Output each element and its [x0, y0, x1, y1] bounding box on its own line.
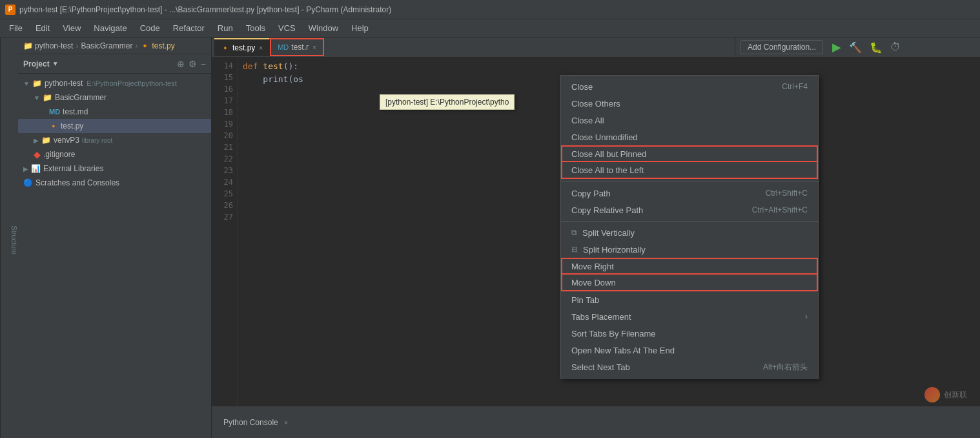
menu-vcs[interactable]: VCS: [272, 21, 302, 36]
cm-close-label: Close: [571, 82, 593, 92]
menu-view[interactable]: View: [56, 21, 87, 36]
debug-button[interactable]: 🐛: [870, 41, 883, 54]
breadcrumb-file-icon: 🔸: [140, 41, 150, 50]
md-icon: MD: [49, 108, 60, 116]
cm-close-shortcut: Ctrl+F4: [782, 82, 808, 91]
git-icon: ◆: [34, 149, 41, 160]
structure-sidebar: Structure: [0, 37, 18, 438]
breadcrumb-file[interactable]: test.py: [152, 41, 174, 50]
build-button[interactable]: 🔨: [849, 41, 862, 54]
cm-sort-tabs[interactable]: Sort Tabs By Filename: [561, 325, 818, 342]
scratches-icon: 🔵: [23, 178, 33, 187]
breadcrumb-project[interactable]: python-test: [35, 41, 73, 50]
line-num-19: 19: [212, 118, 233, 130]
cm-open-new-tabs-end[interactable]: Open New Tabs At The End: [561, 342, 818, 359]
cm-copy-path-shortcut: Ctrl+Shift+C: [766, 189, 808, 198]
ext-libs-icon: 📊: [31, 164, 41, 173]
tree-item-gitignore[interactable]: ◆ .gitignore: [18, 147, 211, 162]
tree-item-basicgrammer[interactable]: ▼ 📁 BasicGrammer: [18, 90, 211, 105]
tree-item-root[interactable]: ▼ 📁 python-test E:\PythonProject\python-…: [18, 76, 211, 90]
tree-item-venvp3[interactable]: ▶ 📁 venvP3 library root: [18, 133, 211, 147]
cm-close-others-label: Close Others: [571, 99, 620, 109]
menu-run[interactable]: Run: [211, 21, 240, 36]
add-config-button[interactable]: Add Configuration...: [740, 40, 823, 54]
tab-py-icon: 🔸: [221, 44, 230, 52]
cm-tabs-placement[interactable]: Tabs Placement ›: [561, 308, 818, 325]
context-menu-overlay: Close Ctrl+F4 Close Others Close All Clo…: [560, 75, 980, 438]
project-dropdown-arrow[interactable]: ▼: [52, 60, 59, 67]
menu-edit[interactable]: Edit: [29, 21, 56, 36]
cm-tabs-placement-label: Tabs Placement: [571, 312, 631, 322]
python-console-tab[interactable]: Python Console ×: [217, 415, 294, 430]
cm-move-down-label: Move Down: [571, 278, 616, 287]
cm-close-all-but-pinned[interactable]: Close All but Pinned: [561, 145, 818, 162]
cm-move-right[interactable]: Move Right: [561, 258, 818, 275]
line-num-21: 21: [212, 141, 233, 153]
top-right-toolbar: Add Configuration... ▶ 🔨 🐛 ⏱: [735, 37, 980, 57]
collapse-icon[interactable]: −: [201, 59, 206, 69]
cm-split-horizontally[interactable]: ⊟ Split Horizontally: [561, 241, 818, 258]
menu-refactor[interactable]: Refactor: [167, 21, 211, 36]
cm-split-v-label: Split Vertically: [582, 228, 635, 238]
line-num-25: 25: [212, 188, 233, 200]
cm-select-next-shortcut: Alt+向右箭头: [763, 362, 808, 373]
profile-button[interactable]: ⏱: [890, 41, 901, 53]
tree-root-path: E:\PythonProject\python-test: [87, 79, 176, 87]
tab-testpy[interactable]: 🔸 test.py ×: [214, 38, 270, 56]
title-text: python-test [E:\PythonProject\python-tes…: [19, 5, 391, 14]
line-num-26: 26: [212, 200, 233, 211]
cm-move-down[interactable]: Move Down: [561, 275, 818, 291]
tabs-bar: 🔸 test.py × MD test.r ×: [212, 37, 735, 57]
python-console-close[interactable]: ×: [284, 419, 288, 426]
code-line-15: def test():: [243, 60, 975, 73]
line-num-18: 18: [212, 107, 233, 118]
breadcrumb-folder[interactable]: BasicGrammer: [81, 41, 132, 50]
app-icon: P: [5, 5, 15, 15]
menu-help[interactable]: Help: [345, 21, 375, 36]
cm-open-new-tabs-label: Open New Tabs At The End: [571, 346, 675, 355]
project-label[interactable]: Project: [23, 59, 50, 68]
cm-copy-relative-shortcut: Ctrl+Alt+Shift+C: [752, 205, 808, 214]
menu-file[interactable]: File: [3, 21, 29, 36]
cm-sep2: [561, 221, 818, 222]
cm-close[interactable]: Close Ctrl+F4: [561, 78, 818, 95]
cm-close-all-to-left[interactable]: Close All to the Left: [561, 162, 818, 179]
cm-copy-relative-path-label: Copy Relative Path: [571, 205, 643, 215]
cm-pin-tab[interactable]: Pin Tab: [561, 291, 818, 308]
cm-close-all[interactable]: Close All: [561, 112, 818, 129]
tree-item-testmd[interactable]: MD test.md: [18, 105, 211, 119]
menu-navigate[interactable]: Navigate: [87, 21, 133, 36]
project-toolbar: ⊕ ⚙ −: [177, 59, 206, 69]
tree-ext-libs-name: External Libraries: [43, 164, 103, 173]
cm-close-others[interactable]: Close Others: [561, 95, 818, 112]
run-button[interactable]: ▶: [832, 40, 841, 54]
folder-icon-basic: 📁: [43, 93, 52, 102]
cm-copy-path[interactable]: Copy Path Ctrl+Shift+C: [561, 185, 818, 202]
settings-icon[interactable]: ⚙: [189, 59, 197, 69]
tab-testpy-close[interactable]: ×: [259, 45, 263, 52]
menu-window[interactable]: Window: [302, 21, 345, 36]
menu-code[interactable]: Code: [134, 21, 167, 36]
cm-copy-relative-path[interactable]: Copy Relative Path Ctrl+Alt+Shift+C: [561, 202, 818, 218]
tree-item-scratches[interactable]: 🔵 Scratches and Consoles: [18, 176, 211, 190]
structure-label[interactable]: Structure: [10, 226, 18, 255]
line-num-16: 16: [212, 83, 233, 95]
locate-icon[interactable]: ⊕: [177, 59, 185, 69]
tab-tooltip: [python-test] E:\PythonProject\pytho: [380, 94, 515, 110]
cm-close-unmodified[interactable]: Close Unmodified: [561, 129, 818, 145]
breadcrumb: 📁 python-test › BasicGrammer › 🔸 test.py: [18, 37, 211, 54]
tab-testr-close[interactable]: ×: [312, 44, 316, 51]
line-num-17: 17: [212, 95, 233, 107]
menu-tools[interactable]: Tools: [240, 21, 272, 36]
line-num-20: 20: [212, 130, 233, 141]
tree-item-testpy[interactable]: 🔸 test.py: [18, 119, 211, 133]
cm-close-all-label: Close All: [571, 116, 604, 125]
cm-split-vertically[interactable]: ⧉ Split Vertically: [561, 224, 818, 241]
tabs-placement-arrow: ›: [805, 312, 808, 321]
tree-item-ext-libs[interactable]: ▶ 📊 External Libraries: [18, 162, 211, 176]
cm-select-next-tab[interactable]: Select Next Tab Alt+向右箭头: [561, 359, 818, 375]
line-num-14: 14: [212, 60, 233, 72]
line-num-22: 22: [212, 153, 233, 165]
tab-testr[interactable]: MD test.r ×: [270, 38, 324, 56]
tree-venv-name: venvP3: [54, 136, 79, 145]
